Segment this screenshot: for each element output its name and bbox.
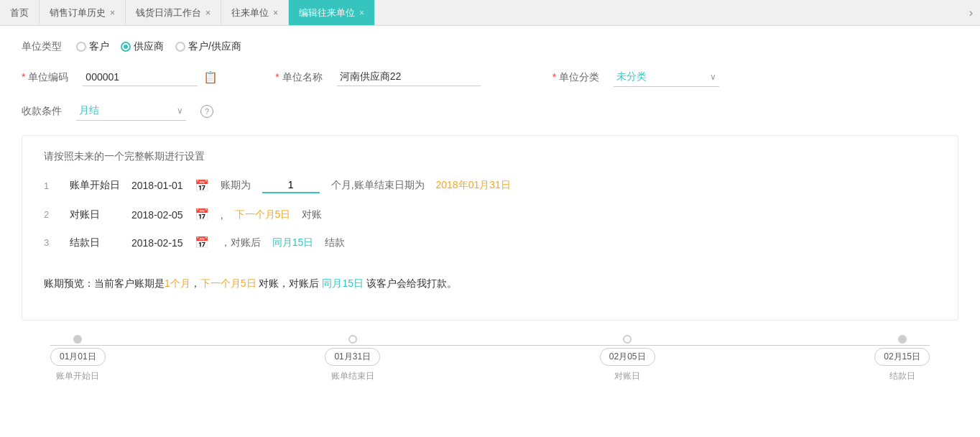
unit-type-row: 单位类型 客户 供应商 客户/供应商 (22, 40, 958, 53)
period-date-2: 2018-02-05 (131, 209, 183, 221)
preview-part2: ， (190, 277, 200, 289)
period-after-1: 个月,账单结束日期为 (331, 179, 425, 192)
period-suffix-2-pre: , (221, 209, 223, 221)
period-hint: 请按照未来的一个完整帐期进行设置 (44, 150, 936, 163)
period-before-1: 账期为 (221, 179, 251, 192)
timeline-tag-3: 02月15日 (874, 348, 930, 366)
payment-row: 收款条件 月结 ∨ ? (22, 101, 958, 121)
tab-more-button[interactable]: › (962, 0, 980, 25)
period-row-1: 1 账单开始日 2018-01-01 📅 账期为 个月,账单结束日期为 2018… (44, 178, 936, 193)
code-name-category-row: 单位编码 📋 单位名称 单位分类 未分类 ∨ (22, 68, 958, 87)
tab-edit-partner[interactable]: 编辑往来单位 × (289, 0, 375, 25)
timeline-dot-2 (623, 335, 632, 344)
code-field-group: 📋 (83, 68, 218, 86)
radio-both-label: 客户/供应商 (188, 40, 241, 53)
tab-partner-close[interactable]: × (273, 8, 278, 18)
payment-help-icon[interactable]: ? (200, 105, 213, 118)
tab-partner[interactable]: 往来单位 × (221, 0, 289, 25)
radio-both-circle (175, 42, 185, 52)
period-value-input[interactable] (262, 178, 320, 193)
timeline-dot-1 (348, 335, 357, 344)
period-label-2: 对账日 (70, 208, 120, 221)
code-copy-icon[interactable]: 📋 (203, 70, 218, 84)
timeline-container: 01月01日 账单开始日 01月31日 账单结束日 02月05日 对账日 02月… (22, 335, 958, 382)
preview-part3: 下一个月5日 (200, 277, 256, 289)
period-date-3: 2018-02-15 (131, 237, 183, 249)
preview-part1: 1个月 (165, 277, 190, 289)
timeline-label-3: 结款日 (889, 370, 915, 382)
payment-label: 收款条件 (22, 105, 62, 118)
timeline-item-2: 02月05日 对账日 (600, 335, 655, 382)
preview-part4: 对账，对账后 (256, 277, 323, 289)
preview-label: 账期预览：当前客户账期是 (44, 277, 165, 289)
period-num-3: 3 (44, 237, 58, 248)
timeline-tag-1: 01月31日 (325, 348, 380, 366)
main-content: 单位类型 客户 供应商 客户/供应商 单位编码 📋 单位名称 单位分类 (0, 26, 980, 437)
tab-sales-history-label: 销售订单历史 (50, 6, 106, 19)
name-input[interactable] (337, 68, 481, 86)
category-label: 单位分类 (553, 71, 599, 84)
tab-partner-label: 往来单位 (231, 6, 269, 19)
period-row-2: 2 对账日 2018-02-05 📅 , 下一个月5日 对账 (44, 208, 936, 221)
period-date-1: 2018-01-01 (131, 180, 183, 191)
unit-type-radio-group: 客户 供应商 客户/供应商 (76, 40, 241, 53)
radio-customer-circle (76, 42, 86, 52)
radio-customer-label: 客户 (89, 40, 109, 53)
tab-edit-partner-label: 编辑往来单位 (299, 6, 355, 19)
period-calendar-2[interactable]: 📅 (195, 208, 209, 221)
tab-sales-history-close[interactable]: × (110, 8, 115, 18)
timeline-item-0: 01月01日 账单开始日 (50, 335, 106, 382)
timeline-label-2: 对账日 (614, 370, 640, 382)
period-suffix-2-post: 对账 (302, 208, 322, 221)
preview-part5: 同月15日 (322, 277, 364, 289)
period-num-1: 1 (44, 180, 58, 191)
timeline-dot-start (73, 335, 82, 344)
tab-home-label: 首页 (10, 6, 29, 19)
radio-both[interactable]: 客户/供应商 (175, 40, 241, 53)
timeline-tag-0: 01月01日 (50, 348, 106, 366)
payment-value: 月结 (79, 104, 99, 117)
timeline-item-1: 01月31日 账单结束日 (325, 335, 380, 382)
period-highlight-2: 下一个月5日 (235, 208, 291, 221)
timeline-item-3: 02月15日 结款日 (874, 335, 930, 382)
unit-type-label: 单位类型 (22, 40, 62, 53)
preview-section: 账期预览：当前客户账期是1个月，下一个月5日 对账，对账后 同月15日 该客户会… (44, 264, 936, 291)
period-label-3: 结款日 (70, 236, 120, 249)
tab-sales-history[interactable]: 销售订单历史 × (40, 0, 126, 25)
timeline-label-1: 账单结束日 (331, 370, 374, 382)
code-input[interactable] (83, 68, 198, 86)
category-select[interactable]: 未分类 ∨ (614, 68, 719, 87)
period-calendar-3[interactable]: 📅 (195, 236, 209, 249)
period-suffix-3-pre: ，对账后 (221, 236, 261, 249)
preview-text: 账期预览：当前客户账期是1个月，下一个月5日 对账，对账后 同月15日 该客户会… (44, 275, 936, 291)
timeline-items: 01月01日 账单开始日 01月31日 账单结束日 02月05日 对账日 02月… (50, 335, 930, 382)
period-suffix-3-post: 结款 (325, 236, 345, 249)
timeline-tag-2: 02月05日 (600, 348, 655, 366)
payment-select[interactable]: 月结 ∨ (76, 101, 186, 121)
code-label: 单位编码 (22, 71, 68, 84)
tab-bar: 首页 销售订单历史 × 钱货日清工作台 × 往来单位 × 编辑往来单位 × › (0, 0, 980, 26)
category-value: 未分类 (616, 70, 647, 83)
radio-supplier-circle (121, 42, 131, 52)
radio-supplier-label: 供应商 (134, 40, 164, 53)
tab-cash-work-close[interactable]: × (205, 8, 211, 18)
period-calendar-1[interactable]: 📅 (195, 179, 209, 193)
tab-edit-partner-close[interactable]: × (359, 8, 364, 18)
timeline-dot-end (898, 335, 907, 344)
payment-chevron-icon: ∨ (177, 106, 183, 116)
period-num-2: 2 (44, 209, 58, 220)
radio-customer[interactable]: 客户 (76, 40, 109, 53)
timeline-label-0: 账单开始日 (56, 370, 99, 382)
period-label-1: 账单开始日 (70, 179, 120, 192)
name-label: 单位名称 (275, 71, 322, 84)
period-end-date: 2018年01月31日 (436, 179, 511, 192)
period-box: 请按照未来的一个完整帐期进行设置 1 账单开始日 2018-01-01 📅 账期… (22, 135, 958, 321)
radio-supplier[interactable]: 供应商 (121, 40, 164, 53)
preview-part6: 该客户会给我打款。 (364, 277, 457, 289)
period-row-3: 3 结款日 2018-02-15 📅 ，对账后 同月15日 结款 (44, 236, 936, 249)
period-highlight-3: 同月15日 (272, 236, 314, 249)
tab-cash-work[interactable]: 钱货日清工作台 × (126, 0, 221, 25)
category-chevron-icon: ∨ (710, 72, 716, 82)
tab-cash-work-label: 钱货日清工作台 (136, 6, 201, 19)
tab-home[interactable]: 首页 (0, 0, 40, 25)
